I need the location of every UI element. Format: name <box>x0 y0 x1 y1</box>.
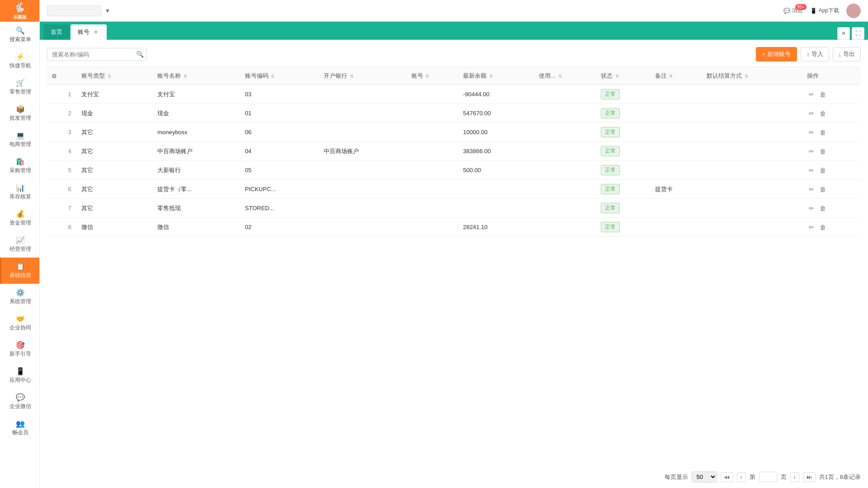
edit-btn[interactable]: ✏ <box>807 147 816 156</box>
edit-btn[interactable]: ✏ <box>807 223 816 232</box>
col-account-code[interactable]: 账号编码 ⇅ <box>241 67 320 85</box>
topbar-right: 💬 消息 99+ 📱 App下载 <box>783 4 861 18</box>
cell-usage <box>535 199 597 218</box>
col-balance[interactable]: 最新余额 ⇅ <box>459 67 535 85</box>
status-badge: 正常 <box>601 184 620 194</box>
sidebar-item-bizwechat[interactable]: 💬企业微信 <box>0 389 39 415</box>
col-status[interactable]: 状态 ⇅ <box>597 67 651 85</box>
sidebar-item-inventory[interactable]: 📊库存核算 <box>0 179 39 205</box>
sidebar-item-finance[interactable]: 💰资金管理 <box>0 205 39 231</box>
cell-account-no <box>408 123 460 142</box>
add-account-btn[interactable]: + 新增账号 <box>756 47 797 61</box>
cell-default-settlement <box>703 85 803 104</box>
sidebar-item-purchase[interactable]: 🛍️采购管理 <box>0 153 39 179</box>
status-badge: 正常 <box>601 89 620 99</box>
app-icon: 📱 <box>810 8 817 14</box>
sidebar-member-icon: 👥 <box>3 419 38 428</box>
col-remark[interactable]: 备注 ⇅ <box>651 67 703 85</box>
page-next-btn[interactable]: › <box>790 472 799 482</box>
cell-settings <box>47 180 61 199</box>
sidebar-item-retail[interactable]: 🛒零售管理 <box>0 74 39 100</box>
col-usage[interactable]: 使用... ⇅ <box>535 67 597 85</box>
cell-balance: 28241.10 <box>459 218 535 237</box>
page-prev-btn[interactable]: ‹ <box>737 472 746 482</box>
cell-status: 正常 <box>597 123 651 142</box>
topbar-message-btn[interactable]: 💬 消息 99+ <box>783 7 803 14</box>
cell-bank <box>320 104 408 123</box>
sidebar-inventory-icon: 📊 <box>3 183 38 192</box>
tab-close-btn[interactable]: ✕ <box>837 27 850 40</box>
topbar-search-input[interactable] <box>47 5 101 16</box>
tab-expand-btn[interactable]: ⛶ <box>852 27 864 40</box>
delete-btn[interactable]: 🗑 <box>818 166 828 175</box>
import-btn[interactable]: ↑ 导入 <box>801 47 829 61</box>
sidebar-item-operation[interactable]: 📈经营管理 <box>0 231 39 258</box>
cell-account-no <box>408 199 460 218</box>
col-default-settlement[interactable]: 默认结算方式 ⇅ <box>703 67 803 85</box>
account-search-input[interactable] <box>47 48 132 61</box>
edit-btn[interactable]: ✏ <box>807 109 816 118</box>
sidebar-item-member[interactable]: 👥畅会员 <box>0 415 39 441</box>
sidebar-appcenter-icon: 📱 <box>3 367 38 375</box>
col-settings[interactable]: ⚙ <box>47 67 61 85</box>
edit-btn[interactable]: ✏ <box>807 204 816 213</box>
cell-balance: 383866.00 <box>459 142 535 161</box>
table-row: 5 其它 大新银行 05 500.00 正常 ✏ 🗑 <box>47 161 861 180</box>
topbar-app-download-btn[interactable]: 📱 App下载 <box>810 7 839 14</box>
col-account-type[interactable]: 账号类型 ⇅ <box>78 67 154 85</box>
export-btn[interactable]: ↓ 导出 <box>833 47 861 61</box>
tab-account[interactable]: 账号✕ <box>71 24 107 40</box>
table-header: ⚙ 账号类型 ⇅ 账号名称 ⇅ 账号编码 ⇅ 开户银行 ⇅ 账号 ⇅ 最新余额 … <box>47 67 861 85</box>
edit-btn[interactable]: ✏ <box>807 185 816 194</box>
col-bank[interactable]: 开户银行 ⇅ <box>320 67 408 85</box>
page-last-btn[interactable]: ⏭ <box>803 472 816 482</box>
page-num-input[interactable]: 1 <box>759 472 777 482</box>
delete-btn[interactable]: 🗑 <box>818 90 828 99</box>
col-account-name[interactable]: 账号名称 ⇅ <box>154 67 241 85</box>
cell-remark <box>651 199 703 218</box>
sidebar-item-search[interactable]: 🔍搜索菜单 <box>0 22 39 48</box>
tab-home[interactable]: 首页 <box>43 24 70 40</box>
edit-btn[interactable]: ✏ <box>807 166 816 175</box>
edit-btn[interactable]: ✏ <box>807 90 816 99</box>
search-submit-btn[interactable]: 🔍 <box>132 51 146 58</box>
page-total: 共1页，8条记录 <box>819 473 861 481</box>
edit-btn[interactable]: ✏ <box>807 128 816 137</box>
delete-btn[interactable]: 🗑 <box>818 185 828 194</box>
user-avatar[interactable] <box>846 4 861 18</box>
cell-account-no <box>408 104 460 123</box>
cell-settings <box>47 142 61 161</box>
sidebar-item-guide[interactable]: 🎯新手引导 <box>0 336 39 362</box>
page-first-btn[interactable]: ⏮ <box>721 472 733 482</box>
tab-close-account[interactable]: ✕ <box>92 28 99 36</box>
page-size-select[interactable]: 102050100 <box>692 471 717 483</box>
sidebar-item-wholesale[interactable]: 📦批发管理 <box>0 100 39 127</box>
cell-remark <box>651 123 703 142</box>
cell-code: STORED... <box>241 199 320 218</box>
cell-status: 正常 <box>597 85 651 104</box>
cell-row-num: 6 <box>61 180 78 199</box>
topbar-dropdown-icon[interactable]: ▼ <box>105 8 110 14</box>
delete-btn[interactable]: 🗑 <box>818 109 828 118</box>
sidebar-item-appcenter[interactable]: 📱应用中心 <box>0 362 39 389</box>
tabbar: 首页账号✕ ✕ ⛶ <box>40 22 868 40</box>
cell-default-settlement <box>703 142 803 161</box>
delete-btn[interactable]: 🗑 <box>818 147 828 156</box>
cell-row-num: 3 <box>61 123 78 142</box>
sidebar-item-label: 应用中心 <box>9 377 31 383</box>
sidebar-item-enterprise[interactable]: 🤝企业协同 <box>0 310 39 336</box>
sidebar-item-system[interactable]: ⚙️系统管理 <box>0 284 39 310</box>
cell-row-num: 1 <box>61 85 78 104</box>
table-row: 3 其它 moneybosx 06 10000.00 正常 ✏ 🗑 <box>47 123 861 142</box>
delete-btn[interactable]: 🗑 <box>818 128 828 137</box>
sidebar-item-shortcut[interactable]: ⚡快捷导航 <box>0 48 39 74</box>
cell-account-no <box>408 180 460 199</box>
cell-name: 现金 <box>154 104 241 123</box>
sidebar-item-basic[interactable]: 📋基础信息 <box>0 258 39 284</box>
sidebar-item-label: 企业微信 <box>9 403 31 409</box>
delete-btn[interactable]: 🗑 <box>818 204 828 213</box>
topbar: ▼ 💬 消息 99+ 📱 App下载 <box>40 0 868 22</box>
delete-btn[interactable]: 🗑 <box>818 223 828 232</box>
col-account-no[interactable]: 账号 ⇅ <box>408 67 460 85</box>
sidebar-item-ecommerce[interactable]: 💻电商管理 <box>0 127 39 153</box>
